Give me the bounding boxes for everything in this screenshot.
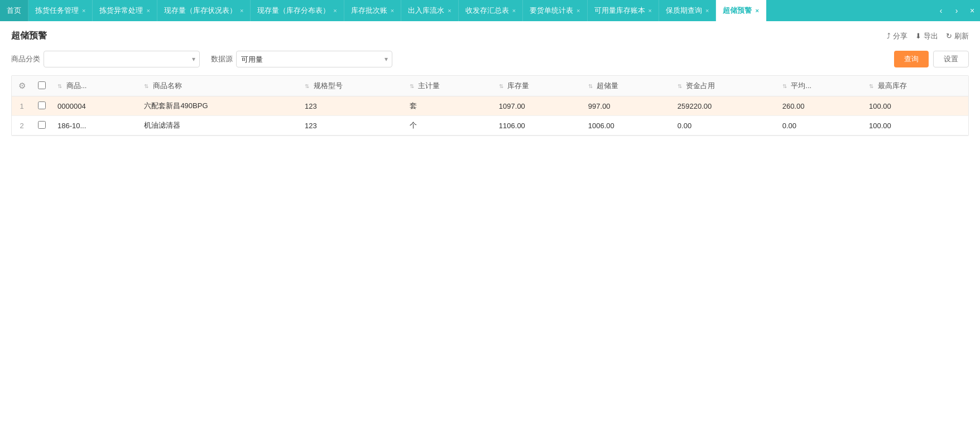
datasource-select[interactable]: 可用量 库存量 (236, 51, 392, 67)
table-settings-header[interactable]: ⚙ (12, 76, 32, 96)
row-checkbox-cell[interactable] (32, 116, 52, 135)
close-icon[interactable]: × (577, 7, 580, 14)
col-spec[interactable]: ⇅ 规格型号 (299, 76, 404, 96)
export-button[interactable]: ⬇ 导出 (915, 31, 938, 41)
data-table: ⚙ ⇅ 商品... ⇅ 商品名称 ⇅ 规格型号 (12, 76, 968, 135)
header-actions: ⤴ 分享 ⬇ 导出 ↻ 刷新 (887, 31, 969, 41)
nav-overstock[interactable]: 超储预警 × (716, 0, 766, 21)
col-avg[interactable]: ⇅ 平均... (777, 76, 863, 96)
col-product-code[interactable]: ⇅ 商品... (52, 76, 138, 96)
row-number: 1 (12, 96, 32, 116)
col-unit[interactable]: ⇅ 主计量 (404, 76, 493, 96)
nav-left-arrow[interactable]: ‹ (933, 0, 949, 21)
close-icon[interactable]: × (705, 7, 709, 14)
cell-product-name: 六配套新昌490BPG (138, 96, 299, 116)
category-label: 商品分类 (11, 54, 40, 64)
page-title: 超储预警 (11, 30, 47, 42)
nav-stock-dist[interactable]: 现存量（库存分布表） × (251, 0, 344, 21)
export-icon: ⬇ (915, 32, 921, 40)
nav-arrows: ‹ › × (933, 0, 980, 21)
table-checkbox-header[interactable] (32, 76, 52, 96)
gear-icon[interactable]: ⚙ (18, 81, 26, 90)
close-icon[interactable]: × (240, 7, 243, 14)
nav-demand[interactable]: 要货单统计表 × (523, 0, 587, 21)
nav-batch[interactable]: 库存批次账 × (344, 0, 401, 21)
sort-icon: ⇅ (499, 83, 503, 89)
cell-spec: 123 (299, 116, 404, 135)
cell-capital: 0.00 (672, 116, 777, 135)
nav-stock-status[interactable]: 现存量（库存状况表） × (157, 0, 251, 21)
row-checkbox[interactable] (38, 121, 46, 129)
refresh-button[interactable]: ↻ 刷新 (946, 31, 969, 41)
filter-actions: 查询 设置 (894, 51, 969, 67)
select-all-checkbox[interactable] (38, 81, 46, 89)
sort-icon: ⇅ (410, 83, 414, 89)
col-max-stock[interactable]: ⇅ 最高库存 (863, 76, 968, 96)
table-row[interactable]: 2 186-10... 机油滤清器 123 个 1106.00 1006.00 … (12, 116, 968, 135)
table-row[interactable]: 1 0000004 六配套新昌490BPG 123 套 1097.00 997.… (12, 96, 968, 116)
nav-task-mgmt[interactable]: 拣货任务管理 × (28, 0, 93, 21)
close-icon[interactable]: × (146, 7, 150, 14)
table-header-row: ⚙ ⇅ 商品... ⇅ 商品名称 ⇅ 规格型号 (12, 76, 968, 96)
close-icon[interactable]: × (333, 7, 337, 14)
sort-icon: ⇅ (782, 83, 787, 89)
nav-inout-flow[interactable]: 出入库流水 × (401, 0, 458, 21)
row-number: 2 (12, 116, 32, 135)
cell-max-stock: 100.00 (863, 96, 968, 116)
cell-avg: 0.00 (777, 116, 863, 135)
sort-icon: ⇅ (678, 83, 682, 89)
settings-button[interactable]: 设置 (933, 51, 969, 67)
col-stock[interactable]: ⇅ 库存量 (493, 76, 583, 96)
share-button[interactable]: ⤴ 分享 (887, 31, 907, 41)
query-button[interactable]: 查询 (894, 51, 929, 67)
sort-icon: ⇅ (588, 83, 593, 89)
col-overstock[interactable]: ⇅ 超储量 (583, 76, 672, 96)
cell-stock: 1097.00 (493, 96, 583, 116)
datasource-filter-group: 数据源 可用量 库存量 ▾ (211, 51, 392, 67)
cell-unit: 个 (404, 116, 493, 135)
refresh-icon: ↻ (946, 32, 952, 40)
cell-unit: 套 (404, 96, 493, 116)
cell-capital: 259220.00 (672, 96, 777, 116)
close-icon[interactable]: × (391, 7, 394, 14)
cell-stock: 1106.00 (493, 116, 583, 135)
cell-product-code: 0000004 (52, 96, 138, 116)
nav-summary[interactable]: 收发存汇总表 × (459, 0, 523, 21)
nav-available[interactable]: 可用量库存账本 × (588, 0, 659, 21)
share-icon: ⤴ (887, 32, 891, 40)
nav-exception[interactable]: 拣货异常处理 × (93, 0, 157, 21)
cell-avg: 260.00 (777, 96, 863, 116)
page-header: 超储预警 ⤴ 分享 ⬇ 导出 ↻ 刷新 (11, 30, 969, 42)
data-table-wrapper: ⚙ ⇅ 商品... ⇅ 商品名称 ⇅ 规格型号 (11, 75, 969, 136)
cell-spec: 123 (299, 96, 404, 116)
page-content: 超储预警 ⤴ 分享 ⬇ 导出 ↻ 刷新 商品分类 ▾ (0, 21, 980, 446)
nav-close-arrow[interactable]: × (964, 0, 980, 21)
close-icon[interactable]: × (648, 7, 652, 14)
cell-overstock: 997.00 (583, 96, 672, 116)
close-icon[interactable]: × (448, 7, 451, 14)
cell-max-stock: 100.00 (863, 116, 968, 135)
sort-icon: ⇅ (144, 83, 148, 89)
cell-product-code: 186-10... (52, 116, 138, 135)
nav-home[interactable]: 首页 (0, 0, 28, 21)
col-capital[interactable]: ⇅ 资金占用 (672, 76, 777, 96)
category-select-wrapper: ▾ (44, 51, 200, 67)
sort-icon: ⇅ (57, 83, 62, 89)
nav-right-arrow[interactable]: › (949, 0, 964, 21)
sort-icon: ⇅ (305, 83, 309, 89)
category-filter-group: 商品分类 ▾ (11, 51, 200, 67)
sort-icon: ⇅ (869, 83, 873, 89)
close-icon[interactable]: × (755, 7, 758, 14)
cell-product-name: 机油滤清器 (138, 116, 299, 135)
top-nav: 首页 拣货任务管理 × 拣货异常处理 × 现存量（库存状况表） × 现存量（库存… (0, 0, 980, 21)
cell-overstock: 1006.00 (583, 116, 672, 135)
category-select[interactable] (44, 51, 200, 67)
close-icon[interactable]: × (82, 7, 85, 14)
datasource-label: 数据源 (211, 54, 233, 64)
close-icon[interactable]: × (512, 7, 516, 14)
row-checkbox[interactable] (38, 101, 46, 109)
nav-expiry[interactable]: 保质期查询 × (659, 0, 716, 21)
filter-row: 商品分类 ▾ 数据源 可用量 库存量 ▾ 查询 设置 (11, 51, 969, 67)
row-checkbox-cell[interactable] (32, 96, 52, 116)
col-product-name[interactable]: ⇅ 商品名称 (138, 76, 299, 96)
